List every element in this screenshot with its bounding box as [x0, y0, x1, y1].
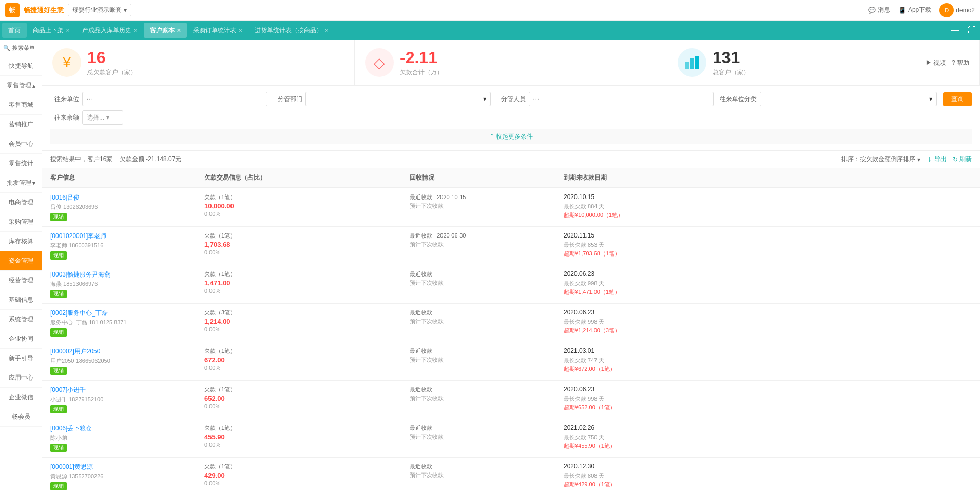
customer-tag-7: 现销	[50, 444, 67, 452]
phone-icon: 📱	[898, 7, 906, 14]
query-button[interactable]: 查询	[943, 92, 972, 106]
sidebar-item-retail-mall[interactable]: 零售商城	[0, 95, 42, 115]
sidebar-item-enterprise-collab[interactable]: 企业协同	[0, 329, 42, 349]
table-container: 客户信息 欠款交易信息（占比） 回收情况 到期未收款日期 [0016]吕俊 吕俊…	[42, 168, 980, 493]
sidebar-item-retail-mgmt[interactable]: 零售管理▴	[0, 76, 42, 95]
sidebar-item-wholesale-mgmt[interactable]: 批发管理▾	[0, 173, 42, 193]
sidebar-item-ecommerce[interactable]: 电商管理	[0, 193, 42, 212]
overdue-cell-4: 2020.06.23 最长欠款 998 天 超期¥1,214.00（3笔）	[564, 309, 972, 334]
debt-cell-7: 欠款（1笔） 455.90 0.00%	[204, 424, 410, 448]
video-btn[interactable]: ▶ 视频	[926, 58, 946, 67]
table-row: [000001]黄思源 黄思源 13552700226 现销 欠款（1笔） 42…	[42, 458, 980, 493]
tab-close-icon[interactable]: ✕	[238, 28, 242, 33]
customer-tag-6: 现销	[50, 405, 67, 413]
sidebar-item-retail-stats[interactable]: 零售统计	[0, 154, 42, 173]
customer-name-8[interactable]: [000001]黄思源	[50, 463, 204, 471]
customer-name-7[interactable]: [0006]丢下粮仓	[50, 424, 204, 433]
overdue-cell-3: 2020.06.23 最长欠款 998 天 超期¥1,471.00（1笔）	[564, 270, 972, 296]
sidebar-item-inventory[interactable]: 库存核算	[0, 232, 42, 251]
filter-input-person[interactable]: ···	[529, 92, 714, 106]
svg-rect-2	[695, 56, 699, 69]
sidebar-item-basic-info[interactable]: 基础信息	[0, 290, 42, 310]
customer-name-6[interactable]: [0007]小进千	[50, 386, 204, 395]
tab-product-listing[interactable]: 商品上下架 ✕	[27, 23, 76, 38]
export-icon: ⭳	[927, 156, 933, 163]
sidebar-item-member-center[interactable]: 会员中心	[0, 134, 42, 154]
filter-area: 往来单位 ··· 分管部门 ▾ 分管人员 ···	[42, 86, 980, 150]
tab-product-history[interactable]: 产成品入库单历史 ✕	[76, 23, 144, 38]
tab-close-icon[interactable]: ✕	[324, 28, 329, 33]
tab-close-icon[interactable]: ✕	[66, 28, 70, 33]
filter-input-class[interactable]: ▾	[760, 92, 937, 106]
stat-right-actions: ▶ 视频 ? 帮助	[926, 58, 969, 67]
sidebar-item-app-center[interactable]: 应用中心	[0, 368, 42, 388]
customer-name-1[interactable]: [0016]吕俊	[50, 193, 204, 202]
maximize-btn[interactable]: ⛶	[966, 26, 978, 35]
top-bar: 畅 畅捷通好生意 母婴行业演示账套 ▾ 💬 消息 📱 App下载 D demo2	[0, 0, 980, 21]
sidebar-item-system-mgmt[interactable]: 系统管理	[0, 310, 42, 329]
recovery-cell-5: 最近收款 预计下次收款	[410, 347, 564, 364]
recovery-cell-3: 最近收款 预计下次收款	[410, 270, 564, 287]
sidebar-item-purchase-mgmt[interactable]: 采购管理	[0, 212, 42, 232]
sidebar-item-vip[interactable]: 畅会员	[0, 407, 42, 427]
customer-name-5[interactable]: [000002]用户2050	[50, 347, 204, 356]
col-header-debt: 欠款交易信息（占比）	[204, 173, 410, 182]
tab-home[interactable]: 首页	[2, 23, 27, 38]
dropdown-arrow: ▾	[124, 7, 127, 14]
filter-input-company[interactable]: ···	[82, 92, 267, 106]
col-header-overdue: 到期未收款日期	[564, 173, 972, 182]
message-btn[interactable]: 💬 消息	[868, 6, 890, 14]
tab-purchase-stats[interactable]: 采购订单统计表 ✕	[187, 23, 248, 38]
customer-tag-2: 现销	[50, 251, 67, 260]
col-header-customer: 客户信息	[50, 173, 204, 182]
company-selector[interactable]: 母婴行业演示账套 ▾	[68, 4, 131, 16]
stat-card-total-customers: 131 总客户（家） ▶ 视频 ? 帮助	[667, 40, 980, 85]
customer-name-2[interactable]: [0001020001]李老师	[50, 232, 204, 241]
sidebar-item-quick-nav[interactable]: 快捷导航	[0, 56, 42, 76]
filter-select-balance[interactable]: 选择... ▾	[82, 110, 123, 125]
sidebar-item-finance[interactable]: 资金管理	[0, 251, 42, 271]
sidebar-item-enterprise-wechat[interactable]: 企业微信	[0, 388, 42, 407]
sidebar-item-marketing[interactable]: 营销推广	[0, 115, 42, 134]
stat-icon-customers	[678, 48, 706, 77]
user-avatar[interactable]: D demo2	[939, 3, 975, 17]
collapse-bar[interactable]: ⌃ 收起更多条件	[50, 129, 972, 144]
nav-tabs: 首页 商品上下架 ✕ 产成品入库单历史 ✕ 客户账本 ✕ 采购订单统计表 ✕ 进…	[0, 21, 980, 40]
minimize-btn[interactable]: —	[949, 26, 962, 35]
refresh-icon: ↻	[953, 156, 958, 163]
customer-info-7: 陈小弟	[50, 434, 204, 442]
customer-cell-1: [0016]吕俊 吕俊 13026203696 现销	[50, 193, 204, 221]
sidebar-search[interactable]: 🔍 搜索菜单	[0, 40, 42, 56]
tab-customer-ledger[interactable]: 客户账本 ✕	[144, 23, 187, 38]
sort-selector[interactable]: 排序：按欠款金额倒序排序 ▾	[841, 155, 920, 164]
svg-rect-1	[690, 58, 694, 69]
tab-close-icon[interactable]: ✕	[177, 28, 181, 33]
stats-row: ¥ 16 总欠款客户（家） ◇ -2.11 欠款合计（万）	[42, 40, 980, 86]
customer-cell-5: [000002]用户2050 用户2050 18665062050 现销	[50, 347, 204, 375]
table-row: [0002]服务中心_丁磊 服务中心_丁磊 181 0125 8371 现销 欠…	[42, 304, 980, 342]
export-btn[interactable]: ⭳ 导出	[927, 155, 947, 164]
filter-label-class: 往来单位分类	[720, 95, 757, 104]
filter-input-dept[interactable]: ▾	[305, 92, 491, 106]
filter-label-dept: 分管部门	[274, 95, 302, 104]
customer-info-2: 李老师 18600391516	[50, 242, 204, 249]
refresh-btn[interactable]: ↻ 刷新	[953, 155, 972, 164]
stat-number-customers: 131	[713, 48, 750, 67]
logo-area: 畅 畅捷通好生意 母婴行业演示账套 ▾	[5, 3, 131, 17]
sidebar-item-new-guide[interactable]: 新手引导	[0, 349, 42, 368]
logo-icon: 畅	[5, 3, 20, 17]
app-download-btn[interactable]: 📱 App下载	[898, 6, 931, 14]
overdue-cell-5: 2021.03.01 最长欠款 747 天 超期¥672.00（1笔）	[564, 347, 972, 373]
top-right-actions: 💬 消息 📱 App下载 D demo2	[868, 3, 975, 17]
help-btn[interactable]: ? 帮助	[952, 58, 969, 67]
tab-inbound-stats[interactable]: 进货单统计表（按商品） ✕	[248, 23, 335, 38]
stat-card-total-debt: ◇ -2.11 欠款合计（万）	[355, 40, 667, 85]
recovery-cell-4: 最近收款 预计下次收款	[410, 309, 564, 325]
customer-name-4[interactable]: [0002]服务中心_丁磊	[50, 309, 204, 318]
tab-close-icon[interactable]: ✕	[133, 28, 138, 33]
customer-cell-3: [0003]畅捷服务尹海燕 海燕 18513066976 现销	[50, 270, 204, 298]
filter-row-1: 往来单位 ··· 分管部门 ▾ 分管人员 ···	[50, 92, 972, 106]
overdue-cell-2: 2020.11.15 最长欠款 853 天 超期¥1,703.68（1笔）	[564, 232, 972, 258]
sidebar-item-operations[interactable]: 经营管理	[0, 271, 42, 290]
customer-name-3[interactable]: [0003]畅捷服务尹海燕	[50, 270, 204, 279]
